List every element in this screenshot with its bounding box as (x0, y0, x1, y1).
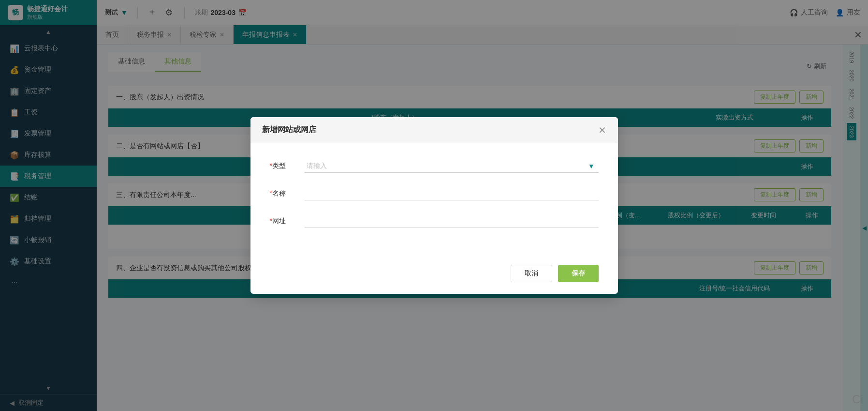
url-input[interactable] (305, 214, 599, 228)
url-label: *网址 (270, 217, 299, 226)
modal-body: *类型 ▼ *名称 *网址 (250, 143, 618, 257)
save-button[interactable]: 保存 (558, 265, 599, 282)
type-input[interactable] (305, 159, 599, 173)
name-label: *名称 (270, 189, 299, 198)
name-field-wrapper (305, 186, 599, 200)
modal-add-website: 新增网站或网店 ✕ *类型 ▼ *名称 (250, 117, 618, 294)
name-input[interactable] (305, 186, 599, 200)
modal-header: 新增网站或网店 ✕ (250, 117, 618, 143)
form-row-type: *类型 ▼ (270, 159, 599, 173)
form-row-url: *网址 (270, 214, 599, 228)
type-field-wrapper: ▼ (305, 159, 599, 173)
modal-footer: 取消 保存 (250, 257, 618, 294)
modal-overlay: 新增网站或网店 ✕ *类型 ▼ *名称 (0, 0, 868, 411)
modal-close-button[interactable]: ✕ (598, 125, 606, 135)
form-row-name: *名称 (270, 186, 599, 200)
type-dropdown-icon: ▼ (588, 162, 595, 170)
modal-title: 新增网站或网店 (262, 125, 316, 135)
type-label: *类型 (270, 162, 299, 170)
cancel-button[interactable]: 取消 (511, 265, 552, 282)
url-field-wrapper (305, 214, 599, 228)
